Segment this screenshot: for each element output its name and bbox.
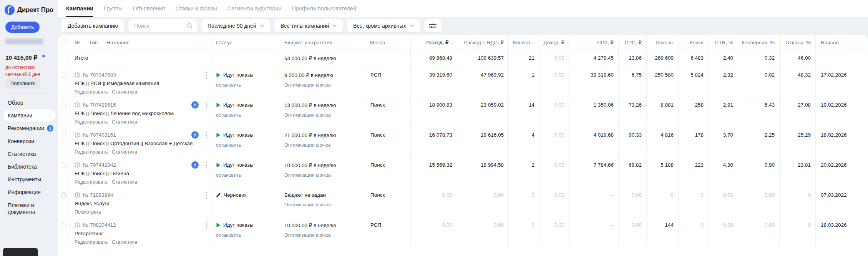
column-header-impressions[interactable]: Показы — [646, 35, 678, 50]
campaign-action-link[interactable]: Редактировать — [75, 119, 108, 125]
campaign-name[interactable]: ЕПК || Поиск || Ортодонтия || Взрослая +… — [75, 141, 207, 146]
boost-badge-icon[interactable] — [191, 161, 199, 169]
budget-strategy-link[interactable]: Оптимизация кликов — [284, 142, 365, 148]
cell-cpa: 4 019,68 — [569, 127, 618, 157]
cell-conversion-rate: 5,43 — [738, 97, 779, 127]
tab-bids-phrases[interactable]: Ставки и фразы — [175, 0, 217, 17]
sidebar-item-conversions[interactable]: Конверсии — [3, 135, 56, 147]
brand-name: Директ Про — [17, 6, 53, 14]
cell-ctr: 0,00 — [708, 217, 738, 247]
tab-ads[interactable]: Объявления — [133, 0, 165, 17]
budget-strategy-link[interactable]: Оптимизация кликов — [284, 172, 365, 178]
search-input[interactable] — [133, 22, 185, 29]
search-box[interactable] — [128, 19, 197, 32]
campaign-number: № 707429515 — [83, 102, 116, 108]
campaign-name[interactable]: Яндекс.Услуги — [75, 201, 207, 206]
table-row: № 707403161 ЕПК || Поиск || Ортодонтия |… — [58, 127, 868, 157]
budget-strategy-link[interactable]: Оптимизация кликов — [284, 82, 365, 88]
status-stop-link[interactable]: остановить — [216, 142, 279, 148]
row-menu-icon[interactable] — [206, 132, 207, 139]
row-checkbox[interactable] — [61, 72, 67, 78]
campaign-action-link[interactable]: Редактировать — [75, 239, 108, 245]
cell-cost-with-vat: 0,00 — [457, 187, 508, 217]
row-menu-icon[interactable] — [206, 192, 207, 199]
column-header-revenue[interactable]: Доход, ₽ — [539, 35, 569, 50]
row-checkbox[interactable] — [61, 132, 67, 138]
table-row: ? № 71883994 Яндекс.Услуги Посмотреть Че… — [58, 187, 868, 217]
tab-user-profiles[interactable]: Профили пользователей — [292, 0, 356, 17]
budget-strategy-link[interactable]: Оптимизация кликов — [284, 233, 365, 238]
boost-badge-icon[interactable] — [191, 131, 199, 139]
budget-value: 21 000,00 ₽ в неделю — [284, 132, 365, 138]
direct-pro-logo[interactable]: Директ Про — [0, 0, 58, 15]
campaign-type-dropdown[interactable]: Все типы кампаний — [274, 19, 343, 32]
campaign-name[interactable]: ЕПК || РСЯ || Имеджевая кампания — [75, 80, 207, 86]
sidebar-item-campaigns[interactable]: Кампании — [3, 109, 56, 122]
tab-audience-segments[interactable]: Сегменты аудитории — [227, 0, 282, 17]
column-header-clicks[interactable]: Клики — [678, 35, 708, 50]
campaign-action-link[interactable]: Статистика — [112, 89, 137, 95]
cell-cost: 0,00 — [410, 217, 457, 247]
date-range-dropdown[interactable]: Последние 90 дней — [201, 19, 271, 32]
budget-strategy-link[interactable]: Оптимизация кликов — [284, 202, 365, 207]
sidebar-item-information[interactable]: Информация — [3, 186, 56, 198]
campaign-action-link[interactable]: Редактировать — [75, 179, 108, 185]
column-header-cost-with-vat[interactable]: Расход с НДС, ₽ — [457, 35, 508, 50]
cell-conversions: 2 — [508, 157, 539, 187]
status-stop-link[interactable]: остановить — [216, 172, 279, 178]
campaign-name[interactable]: Ретаргетинг — [75, 231, 207, 236]
cell-cost: 39 319,60 — [410, 67, 457, 97]
add-campaign-button[interactable]: Добавить кампанию — [61, 19, 124, 32]
campaign-action-link[interactable]: Статистика — [112, 239, 137, 245]
campaign-name[interactable]: ЕПК || Поиск || Лечение под микроскопом — [75, 110, 207, 116]
cell-start-date: 19.02.2026 — [815, 97, 868, 127]
column-header-ctr[interactable]: CTR, % — [708, 35, 738, 50]
budget-strategy-link[interactable]: Оптимизация кликов — [284, 112, 365, 118]
campaign-name[interactable]: ЕПК || Поиск || Гигиена — [75, 171, 207, 176]
column-header-cost[interactable]: Расход, ₽↓ — [410, 35, 457, 50]
column-header-cpc[interactable]: CPC, ₽ — [618, 35, 646, 50]
status-stop-link[interactable]: остановить — [216, 233, 279, 238]
status-stop-link[interactable]: остановить — [216, 82, 279, 88]
cell-clicks: 5 824 — [678, 67, 708, 97]
sidebar-item-payments-documents[interactable]: Платежи и документы — [3, 199, 56, 218]
sidebar-item-library[interactable]: Библиотека — [3, 161, 56, 173]
row-menu-icon[interactable] — [206, 222, 207, 229]
campaign-action-link[interactable]: Редактировать — [75, 149, 108, 155]
question-icon[interactable]: ? — [61, 192, 67, 217]
play-icon — [216, 223, 220, 228]
tab-groups[interactable]: Группы — [104, 0, 122, 17]
sidebar-item-statistics[interactable]: Статистика — [3, 148, 56, 160]
column-header-start-date[interactable]: Начало — [815, 35, 868, 50]
campaign-action-link[interactable]: Статистика — [112, 119, 137, 125]
select-all-checkbox[interactable] — [61, 39, 67, 45]
campaign-action-link[interactable]: Статистика — [112, 179, 137, 185]
column-header-conversions[interactable]: Конвер... — [508, 35, 539, 50]
row-checkbox[interactable] — [61, 102, 67, 108]
campaign-action-link[interactable]: Редактировать — [75, 89, 108, 95]
cell-impressions: 8 881 — [646, 97, 678, 127]
column-header-conversion-rate[interactable]: Конверсия, % — [738, 35, 779, 50]
topup-button[interactable]: Пополнить — [5, 78, 40, 88]
tab-campaigns[interactable]: Кампании — [66, 0, 93, 17]
account-name-redacted[interactable] — [5, 38, 43, 44]
sidebar-item-overview[interactable]: Обзор — [3, 97, 56, 109]
columns-settings-button[interactable] — [424, 19, 441, 32]
status-stop-link[interactable]: остановить — [216, 112, 279, 118]
row-menu-icon[interactable] — [206, 102, 207, 109]
sidebar-item-tools[interactable]: Инструменты — [3, 173, 56, 186]
row-checkbox[interactable] — [61, 162, 67, 168]
add-button[interactable]: Добавить — [5, 22, 40, 33]
sidebar-item-recommendations[interactable]: Рекомендации1 — [3, 122, 56, 134]
column-header-bounce-rate[interactable]: Отказы, % — [779, 35, 815, 50]
cell-revenue: 0,00 — [539, 67, 569, 97]
row-checkbox[interactable] — [61, 222, 67, 228]
campaign-action-link[interactable]: Посмотреть — [75, 209, 101, 215]
archive-filter-dropdown[interactable]: Все, кроме архивных — [347, 19, 420, 32]
row-menu-icon[interactable] — [206, 72, 207, 79]
column-header-cpa[interactable]: CPA, ₽ — [569, 35, 618, 50]
campaign-action-link[interactable]: Статистика — [112, 149, 137, 155]
boost-badge-icon[interactable] — [191, 101, 199, 109]
campaign-places: РСЯ — [370, 72, 381, 78]
row-menu-icon[interactable] — [206, 162, 207, 169]
